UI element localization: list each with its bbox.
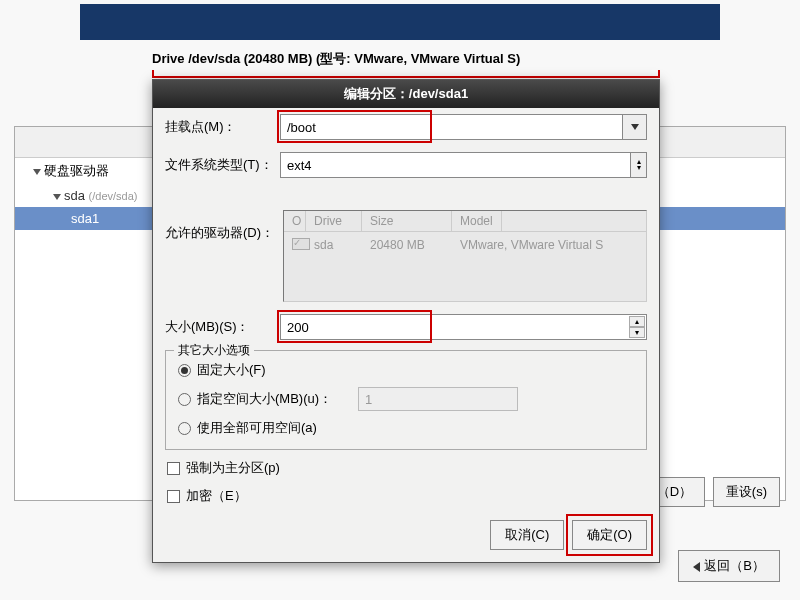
radio-icon	[178, 393, 191, 406]
reset-button[interactable]: 重设(s)	[713, 477, 780, 507]
drives-col-o: O	[284, 211, 306, 231]
drive-checkbox-disabled	[292, 238, 310, 250]
fstype-spinner[interactable]: ▴▾	[630, 153, 646, 177]
fill-to-value: 1	[365, 392, 372, 407]
back-button-label: 返回（B）	[704, 558, 765, 573]
encrypt-label: 加密（E）	[186, 487, 247, 505]
drives-header-row: O Drive Size Model	[284, 211, 646, 232]
nav-buttons: 返回（B）	[678, 550, 780, 582]
allowed-drives-label: 允许的驱动器(D)：	[165, 190, 280, 242]
fstype-combo[interactable]: ext4 ▴▾	[280, 152, 647, 178]
drive-size: 20480 MB	[362, 236, 452, 255]
shell-action-buttons: （D） 重设(s)	[640, 477, 780, 507]
allowed-drives-panel: O Drive Size Model sda 20480 MB VMware, …	[283, 210, 647, 302]
radio-icon	[178, 422, 191, 435]
mount-point-label: 挂载点(M)：	[165, 118, 280, 136]
size-spinner[interactable]: 200 ▴▾	[280, 314, 647, 340]
drive-name: sda	[306, 236, 362, 255]
mount-point-combo[interactable]: /boot	[280, 114, 647, 140]
dialog-title: 编辑分区：/dev/sda1	[153, 80, 659, 108]
force-primary-label: 强制为主分区(p)	[186, 459, 280, 477]
drive-model: VMware, VMware Virtual S	[452, 236, 611, 255]
drive-header: Drive /dev/sda (20480 MB) (型号: VMware, V…	[152, 50, 660, 68]
radio-icon	[178, 364, 191, 377]
expand-icon	[53, 194, 61, 200]
top-banner	[80, 4, 720, 40]
tree-partition-label: sda1	[71, 211, 99, 226]
drives-col-size: Size	[362, 211, 452, 231]
size-value: 200	[287, 320, 309, 335]
drives-col-model: Model	[452, 211, 502, 231]
arrow-left-icon	[693, 562, 700, 572]
size-label: 大小(MB)(S)：	[165, 318, 280, 336]
checkbox-icon[interactable]	[167, 490, 180, 503]
chevron-down-icon	[631, 124, 639, 130]
ok-button[interactable]: 确定(O)	[572, 520, 647, 550]
drives-row-sda: sda 20480 MB VMware, VMware Virtual S	[284, 232, 646, 259]
radio-fixed-label: 固定大小(F)	[197, 361, 266, 379]
additional-size-options: 其它大小选项 固定大小(F) 指定空间大小(MB)(u)： 1 使用全部可用空间…	[165, 350, 647, 450]
spin-down-icon[interactable]: ▾	[629, 327, 645, 338]
edit-partition-dialog: 编辑分区：/dev/sda1 挂载点(M)： /boot 文件系统类型(T)： …	[152, 79, 660, 563]
drive-header-highlight	[152, 70, 660, 78]
radio-fill-max[interactable]: 使用全部可用空间(a)	[176, 415, 636, 441]
force-primary-row[interactable]: 强制为主分区(p)	[153, 454, 659, 482]
tree-root-label: 硬盘驱动器	[44, 163, 109, 178]
spin-up-icon[interactable]: ▴	[629, 316, 645, 327]
radio-fill-to[interactable]: 指定空间大小(MB)(u)： 1	[176, 383, 636, 415]
cancel-button[interactable]: 取消(C)	[490, 520, 564, 550]
mount-dropdown-button[interactable]	[622, 115, 646, 139]
size-options-legend: 其它大小选项	[174, 342, 254, 359]
drives-col-drive: Drive	[306, 211, 362, 231]
encrypt-row[interactable]: 加密（E）	[153, 482, 659, 510]
fstype-label: 文件系统类型(T)：	[165, 156, 280, 174]
radio-fixed-size[interactable]: 固定大小(F)	[176, 357, 636, 383]
radio-fill-max-label: 使用全部可用空间(a)	[197, 419, 317, 437]
updown-icon: ▴▾	[637, 159, 641, 171]
fstype-value: ext4	[287, 158, 312, 173]
expand-icon	[33, 169, 41, 175]
mount-point-value: /boot	[287, 120, 316, 135]
fill-to-value-disabled: 1	[358, 387, 518, 411]
back-button[interactable]: 返回（B）	[678, 550, 780, 582]
radio-fill-to-label: 指定空间大小(MB)(u)：	[197, 390, 332, 408]
dialog-buttons: 取消(C) 确定(O)	[153, 510, 659, 562]
tree-disk-label: sda	[64, 188, 85, 203]
tree-disk-devpath: (/dev/sda)	[89, 190, 138, 202]
size-spin-buttons[interactable]: ▴▾	[629, 316, 645, 338]
checkbox-icon[interactable]	[167, 462, 180, 475]
